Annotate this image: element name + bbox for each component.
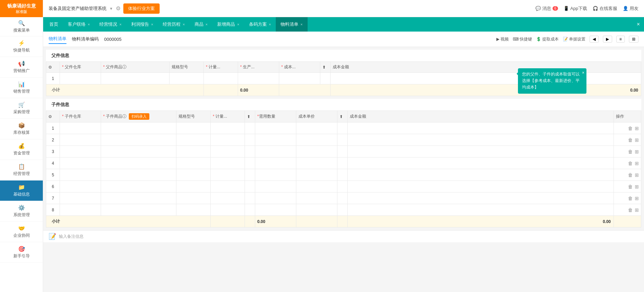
tab-operations-status[interactable]: 经营情况 × xyxy=(95,17,126,32)
sidebar-item-sales[interactable]: 📊 销售管理 xyxy=(0,78,43,98)
child-row-8-spec[interactable] xyxy=(176,204,211,216)
child-row-6-delete-icon[interactable]: 🗑 xyxy=(628,184,633,189)
tab-customers-close[interactable]: × xyxy=(88,22,90,26)
sidebar-item-finance[interactable]: 💰 资金管理 xyxy=(0,139,43,160)
online-service-btn[interactable]: 🎧 在线客服 xyxy=(593,5,617,12)
video-btn[interactable]: ▶ 视频 xyxy=(496,36,509,42)
child-row-8-unit[interactable] xyxy=(211,204,245,216)
child-row-2-unit[interactable] xyxy=(211,134,245,146)
child-row-4-unit[interactable] xyxy=(211,157,245,169)
child-row-2-copy-icon[interactable]: ⊞ xyxy=(635,137,639,143)
sidebar-item-system[interactable]: ⚙️ 系统管理 xyxy=(0,201,43,222)
child-row-4-delete-icon[interactable]: 🗑 xyxy=(628,161,633,166)
child-row-7-unit-cost[interactable] xyxy=(296,192,337,204)
tab-products[interactable]: 商品 × xyxy=(190,17,212,32)
child-row-1-copy-icon[interactable]: ⊞ xyxy=(635,126,639,131)
extract-cost-btn[interactable]: 💲 提取成本 xyxy=(536,36,559,42)
child-row-6-unit-cost[interactable] xyxy=(296,181,337,192)
parent-row-1-spec[interactable] xyxy=(170,73,204,84)
child-row-3-spec[interactable] xyxy=(176,146,211,157)
child-row-3-unit-cost[interactable] xyxy=(296,146,337,157)
child-row-2-spec[interactable] xyxy=(176,134,211,146)
child-row-5-unit-cost[interactable] xyxy=(296,169,337,181)
child-row-1-warehouse[interactable] xyxy=(60,122,101,134)
child-row-1-delete-icon[interactable]: 🗑 xyxy=(628,126,633,131)
tab-home[interactable]: 首页 xyxy=(45,17,63,32)
expand-btn[interactable]: ⊞ xyxy=(629,36,639,43)
child-row-3-unit[interactable] xyxy=(211,146,245,157)
tab-add-product[interactable]: 新增商品 × xyxy=(212,17,244,32)
child-row-1-unit[interactable] xyxy=(211,122,245,134)
child-row-1-quantity[interactable] xyxy=(255,122,296,134)
page-tab1[interactable]: 物料清单 xyxy=(49,34,66,44)
child-row-5-copy-icon[interactable]: ⊞ xyxy=(635,172,639,178)
child-row-3-copy-icon[interactable]: ⊞ xyxy=(635,149,639,154)
tab-operations-status-close[interactable]: × xyxy=(119,22,121,26)
child-row-4-product[interactable] xyxy=(101,157,176,169)
child-row-2-warehouse[interactable] xyxy=(60,134,101,146)
child-row-6-unit[interactable] xyxy=(211,181,245,192)
tab-operations-history[interactable]: 经营历程 × xyxy=(158,17,189,32)
close-all-tabs-btn[interactable]: × xyxy=(634,21,643,27)
child-row-5-delete-icon[interactable]: 🗑 xyxy=(628,172,633,178)
tab-operations-history-close[interactable]: × xyxy=(183,22,185,26)
sidebar-item-operations[interactable]: 📋 经营管理 xyxy=(0,160,43,180)
child-row-7-copy-icon[interactable]: ⊞ xyxy=(635,196,639,201)
tab-customers[interactable]: 客户联络 × xyxy=(63,17,95,32)
sidebar-item-marketing[interactable]: 📢 营销推广 xyxy=(0,57,43,78)
child-row-4-copy-icon[interactable]: ⊞ xyxy=(635,161,639,166)
child-row-4-quantity[interactable] xyxy=(255,157,296,169)
parent-row-1-product[interactable] xyxy=(101,73,170,84)
child-row-6-copy-icon[interactable]: ⊞ xyxy=(635,184,639,189)
child-row-7-product[interactable] xyxy=(101,192,176,204)
child-row-8-copy-icon[interactable]: ⊞ xyxy=(635,207,639,213)
child-row-7-warehouse[interactable] xyxy=(60,192,101,204)
child-row-6-product[interactable] xyxy=(101,181,176,192)
child-row-1-product[interactable] xyxy=(101,122,176,134)
child-row-7-unit[interactable] xyxy=(211,192,245,204)
child-row-8-unit-cost[interactable] xyxy=(296,204,337,216)
next-page-btn[interactable]: ▶ xyxy=(603,36,612,43)
child-row-3-product[interactable] xyxy=(101,146,176,157)
tab-profit-report[interactable]: 利润报告 × xyxy=(126,17,158,32)
app-download-btn[interactable]: 📱 App下载 xyxy=(564,5,587,12)
scan-btn[interactable]: 扫码录入 xyxy=(129,113,149,120)
message-btn[interactable]: 💬 消息 6 xyxy=(535,5,558,12)
tab-add-product-close[interactable]: × xyxy=(237,22,239,26)
prev-page-btn[interactable]: ◀ xyxy=(590,36,599,43)
child-row-8-delete-icon[interactable]: 🗑 xyxy=(628,207,633,213)
child-row-3-warehouse[interactable] xyxy=(60,146,101,157)
child-row-8-warehouse[interactable] xyxy=(60,204,101,216)
child-row-1-unit-cost[interactable] xyxy=(296,122,337,134)
parent-row-1-cost[interactable] xyxy=(279,73,320,84)
sidebar-item-enterprise[interactable]: 🤝 企业协同 xyxy=(0,222,43,242)
child-row-2-unit-cost[interactable] xyxy=(296,134,337,146)
child-row-8-product[interactable] xyxy=(101,204,176,216)
trial-btn[interactable]: 体验行业方案 xyxy=(123,3,160,14)
child-row-2-quantity[interactable] xyxy=(255,134,296,146)
child-row-8-quantity[interactable] xyxy=(255,204,296,216)
child-row-7-delete-icon[interactable]: 🗑 xyxy=(628,196,633,201)
sidebar-item-inventory[interactable]: 📦 库存核算 xyxy=(0,119,43,139)
child-row-5-quantity[interactable] xyxy=(255,169,296,181)
parent-row-1-production[interactable] xyxy=(238,73,279,84)
child-row-1-spec[interactable] xyxy=(176,122,211,134)
child-row-7-quantity[interactable] xyxy=(255,192,296,204)
tab-products-close[interactable]: × xyxy=(206,22,208,26)
child-row-5-product[interactable] xyxy=(101,169,176,181)
single-settings-btn[interactable]: 📝 单据设置 xyxy=(563,36,585,42)
sidebar-item-guide[interactable]: 🎯 新手引导 xyxy=(0,242,43,263)
child-row-6-spec[interactable] xyxy=(176,181,211,192)
topbar-settings-icon[interactable]: ⚙ xyxy=(116,5,121,12)
child-row-6-warehouse[interactable] xyxy=(60,181,101,192)
tab-bom-close[interactable]: × xyxy=(300,22,302,26)
child-row-3-delete-icon[interactable]: 🗑 xyxy=(628,149,633,154)
tooltip-close-btn[interactable]: × xyxy=(582,70,584,76)
child-row-4-warehouse[interactable] xyxy=(60,157,101,169)
child-row-5-unit[interactable] xyxy=(211,169,245,181)
sidebar-item-quick-nav[interactable]: ⚡ 快捷导航 xyxy=(0,36,43,57)
child-row-3-quantity[interactable] xyxy=(255,146,296,157)
tab-barcode-plan-close[interactable]: × xyxy=(269,22,271,26)
child-row-6-quantity[interactable] xyxy=(255,181,296,192)
child-row-5-spec[interactable] xyxy=(176,169,211,181)
